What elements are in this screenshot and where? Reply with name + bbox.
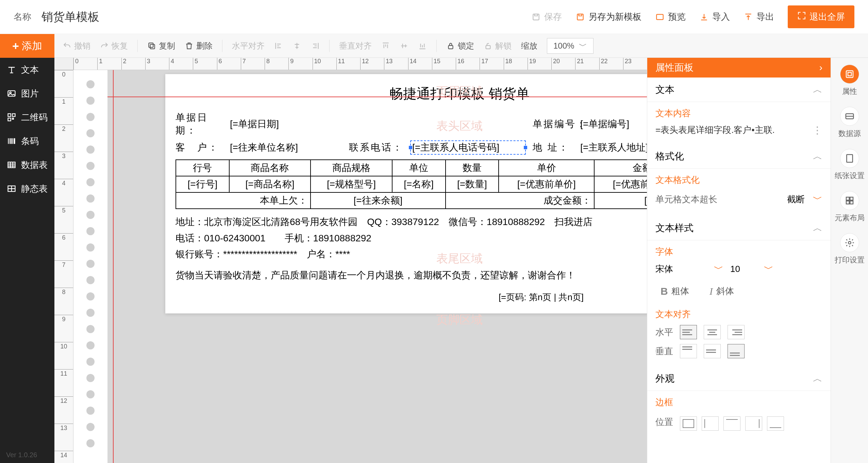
bill-date-label[interactable]: 单据日期： [176, 111, 223, 137]
sidebar-item-text[interactable]: 文本 [0, 58, 54, 82]
bill-no-value[interactable]: [=单据编号] [580, 118, 647, 131]
preview-button[interactable]: 预览 [655, 11, 686, 23]
table-header[interactable]: 商品名称 [229, 160, 311, 176]
content-value-row[interactable]: =表头表尾详细字段.客户•主联. ⋮ [655, 124, 822, 136]
sidebar-item-image[interactable]: 图片 [0, 82, 54, 105]
table-header[interactable]: 金额 [594, 160, 647, 176]
undo-button[interactable]: 撤销 [63, 40, 90, 51]
border-top[interactable] [723, 416, 740, 431]
footer-text[interactable]: 地址：北京市海淀区北清路68号用友软件园 QQ：393879122 微信号：18… [176, 214, 647, 289]
canvas-area[interactable]: 页眉区域 表头区域 表尾区域 页脚区域 畅捷通打印模板 销货单 单据日期： [=… [107, 70, 647, 463]
table-cell[interactable]: [=商品名称] [229, 176, 311, 192]
properties-icon [840, 65, 859, 84]
valign-top[interactable] [680, 344, 697, 358]
table-header[interactable]: 数量 [446, 160, 499, 176]
summary-left-label[interactable]: 本单上欠： [176, 192, 311, 209]
align-left-icon[interactable] [274, 41, 283, 50]
ruler-horizontal[interactable]: 01234567891011121314151617181920212223 [73, 58, 647, 70]
align-bottom-icon[interactable] [418, 41, 427, 50]
align-middle-icon[interactable] [400, 41, 408, 50]
valign-middle[interactable] [704, 344, 721, 358]
table-cell[interactable]: [=数量] [446, 176, 499, 192]
table-cell[interactable]: [=规格型号] [311, 176, 392, 192]
border-all[interactable] [680, 416, 697, 431]
table-cell[interactable]: [=优惠前金额] [594, 176, 647, 192]
exit-fullscreen-button[interactable]: 退出全屏 [788, 5, 854, 28]
save-button[interactable]: 保存 [531, 11, 562, 23]
canvas-wrap: 01234567891011121314151617181920212223 0… [54, 58, 647, 463]
section-appearance[interactable]: 外观 ︿ [647, 366, 831, 391]
import-button[interactable]: 导入 [699, 11, 730, 23]
save-as-button[interactable]: 另存为新模板 [575, 11, 641, 23]
summary-left-val[interactable]: [=往来余额] [311, 192, 445, 209]
halign-left[interactable] [680, 325, 697, 339]
halign-right[interactable] [728, 325, 745, 339]
tab-properties[interactable]: 属性 [840, 65, 859, 97]
template-name[interactable]: 销货单模板 [41, 9, 99, 25]
table-header[interactable]: 商品规格 [311, 160, 392, 176]
data-table[interactable]: 行号商品名称商品规格单位数量单价金额备注 [=行号][=商品名称][=规格型号]… [176, 159, 647, 209]
phone-value-selected[interactable]: [=主联系人电话号码] [410, 140, 526, 155]
customer-value[interactable]: [=往来单位名称] [230, 141, 332, 154]
add-button[interactable]: + 添加 [0, 34, 54, 58]
table-cell[interactable]: [=优惠前单价] [499, 176, 594, 192]
template-title[interactable]: 畅捷通打印模板 销货单 [176, 84, 647, 103]
halign-center[interactable] [704, 325, 721, 339]
border-right[interactable] [745, 416, 762, 431]
section-format[interactable]: 格式化 ︿ [647, 144, 831, 169]
more-icon[interactable]: ⋮ [812, 124, 822, 136]
unlock-button[interactable]: 解锁 [484, 40, 512, 51]
bill-date-value[interactable]: [=单据日期] [230, 118, 332, 131]
summary-right-val[interactable]: [=成交金额] [594, 192, 647, 209]
addr-value[interactable]: [=主联系人地址] [580, 141, 647, 154]
addr-label[interactable]: 地 址： [533, 141, 573, 154]
font-family-select[interactable]: 宋体 ﹀ [655, 262, 723, 275]
customer-label[interactable]: 客 户： [176, 141, 223, 154]
sidebar-item-barcode[interactable]: 条码 [0, 129, 54, 153]
align-top-icon[interactable] [381, 41, 390, 50]
tab-print[interactable]: 打印设置 [835, 233, 865, 265]
svg-rect-67 [847, 155, 853, 162]
page-number[interactable]: [=页码: 第n页 | 共n页] [257, 291, 647, 303]
sidebar-item-qrcode[interactable]: 二维码 [0, 105, 54, 129]
sidebar-item-datatable[interactable]: 数据表 [0, 153, 54, 177]
valign-bottom[interactable] [728, 344, 745, 358]
font-size-select[interactable]: 10 ﹀ [730, 262, 773, 275]
delete-button[interactable]: 删除 [185, 40, 213, 51]
border-left[interactable] [702, 416, 719, 431]
section-text[interactable]: 文本 ︿ [647, 78, 831, 102]
tab-layout[interactable]: 元素布局 [835, 191, 865, 223]
ruler-vertical[interactable]: 01234567891011121314 [54, 70, 73, 463]
table-cell[interactable]: [=名称] [392, 176, 446, 192]
svg-rect-2 [656, 14, 663, 19]
bold-toggle[interactable]: B 粗体 [655, 282, 694, 300]
phone-label[interactable]: 联系电话： [339, 141, 403, 154]
export-button[interactable]: 导出 [744, 11, 774, 23]
summary-right-label[interactable]: 成交金额： [446, 192, 595, 209]
sidebar-item-statictable[interactable]: 静态表 [0, 177, 54, 201]
table-header[interactable]: 单价 [499, 160, 594, 176]
table-header[interactable]: 行号 [176, 160, 229, 176]
paper-icon [840, 149, 859, 168]
border-bottom[interactable] [767, 416, 784, 431]
section-style[interactable]: 文本样式 ︿ [647, 216, 831, 240]
table-header[interactable]: 单位 [392, 160, 446, 176]
border-sub-label: 边框 [655, 396, 822, 408]
tab-datasource[interactable]: 数据源 [838, 107, 861, 139]
zoom-select[interactable]: 100% ﹀ [547, 38, 594, 54]
tab-paper[interactable]: 纸张设置 [835, 149, 865, 181]
align-center-h-icon[interactable] [293, 41, 301, 50]
redo-button[interactable]: 恢复 [100, 40, 128, 51]
align-right-icon[interactable] [311, 41, 320, 50]
datasource-icon [840, 107, 859, 126]
template-page[interactable]: 页眉区域 表头区域 表尾区域 页脚区域 畅捷通打印模板 销货单 单据日期： [=… [165, 74, 647, 313]
svg-rect-6 [486, 45, 490, 49]
datatable-icon [7, 160, 16, 170]
bill-no-label[interactable]: 单据编号： [533, 118, 573, 131]
property-panel-header[interactable]: 属性面板 › [647, 58, 831, 78]
overflow-select[interactable]: 单元格文本超长 截断 ﹀ [655, 191, 822, 208]
italic-toggle[interactable]: I 斜体 [704, 282, 739, 300]
copy-button[interactable]: 复制 [147, 40, 175, 51]
table-cell[interactable]: [=行号] [176, 176, 229, 192]
lock-button[interactable]: 锁定 [446, 40, 474, 51]
